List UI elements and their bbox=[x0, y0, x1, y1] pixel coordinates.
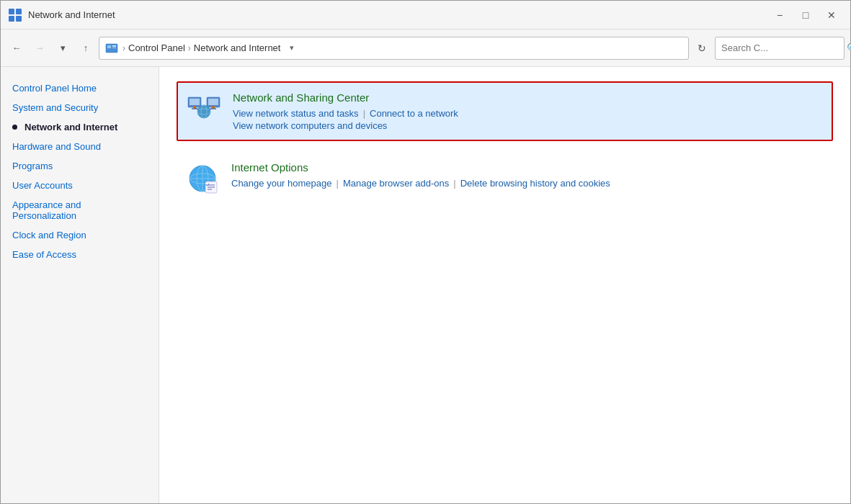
sidebar-item-appearance[interactable]: Appearance and Personalization bbox=[1, 195, 159, 225]
forward-button[interactable]: → bbox=[30, 38, 50, 58]
sidebar-label: System and Security bbox=[12, 102, 98, 113]
sidebar-label: Appearance and Personalization bbox=[12, 199, 147, 221]
link-sep-1: | bbox=[363, 108, 365, 119]
address-breadcrumb: › Control Panel › Network and Internet bbox=[122, 42, 280, 53]
sidebar-label: Network and Internet bbox=[24, 122, 117, 132]
main-content: Control Panel Home System and Security N… bbox=[1, 67, 850, 503]
sidebar-label: Hardware and Sound bbox=[12, 141, 101, 152]
internet-options-icon bbox=[185, 161, 220, 196]
breadcrumb-arrow: › bbox=[122, 43, 125, 53]
back-button[interactable]: ← bbox=[6, 38, 27, 58]
address-bar[interactable]: › Control Panel › Network and Internet ▾ bbox=[99, 37, 689, 60]
main-window: Network and Internet − □ ✕ ← → ▾ ↑ › Con… bbox=[0, 0, 851, 504]
window-title: Network and Internet bbox=[28, 9, 762, 20]
svg-rect-0 bbox=[9, 9, 14, 14]
internet-options-info: Internet Options Change your homepage | … bbox=[231, 161, 824, 189]
link-sep-2: | bbox=[337, 178, 339, 189]
network-sharing-center-links: View network status and tasks | Connect … bbox=[233, 108, 823, 119]
window-icon bbox=[8, 8, 22, 22]
svg-rect-5 bbox=[107, 45, 111, 48]
svg-rect-2 bbox=[9, 16, 14, 22]
sidebar-item-clock-region[interactable]: Clock and Region bbox=[1, 225, 159, 245]
network-sharing-center-info: Network and Sharing Center View network … bbox=[233, 91, 823, 131]
internet-options-section: Internet Options Change your homepage | … bbox=[177, 153, 833, 204]
sidebar-item-system-security[interactable]: System and Security bbox=[1, 98, 159, 117]
view-network-status-link[interactable]: View network status and tasks bbox=[233, 108, 359, 119]
breadcrumb-current: Network and Internet bbox=[194, 42, 281, 53]
breadcrumb-control-panel[interactable]: Control Panel bbox=[128, 42, 185, 53]
network-sharing-center-links-row2: View network computers and devices bbox=[233, 120, 823, 131]
sidebar: Control Panel Home System and Security N… bbox=[1, 67, 159, 503]
search-box: 🔍 bbox=[715, 37, 845, 60]
view-network-computers-link[interactable]: View network computers and devices bbox=[233, 120, 387, 131]
address-icon bbox=[105, 42, 118, 55]
link-sep-3: | bbox=[453, 178, 455, 189]
sidebar-item-user-accounts[interactable]: User Accounts bbox=[1, 176, 159, 195]
sidebar-label: Ease of Access bbox=[12, 249, 76, 260]
sidebar-label: Programs bbox=[12, 161, 53, 171]
close-button[interactable]: ✕ bbox=[820, 6, 843, 24]
sidebar-label: Clock and Region bbox=[12, 230, 86, 240]
sidebar-item-programs[interactable]: Programs bbox=[1, 156, 159, 176]
sidebar-label: Control Panel Home bbox=[12, 83, 97, 94]
svg-rect-6 bbox=[112, 45, 116, 47]
sidebar-item-hardware-sound[interactable]: Hardware and Sound bbox=[1, 137, 159, 156]
content-pane: Network and Sharing Center View network … bbox=[159, 67, 850, 503]
svg-rect-1 bbox=[16, 9, 22, 14]
svg-point-14 bbox=[197, 105, 210, 118]
sidebar-label: User Accounts bbox=[12, 180, 73, 191]
breadcrumb-sep: › bbox=[188, 43, 191, 53]
connect-to-network-link[interactable]: Connect to a network bbox=[370, 108, 458, 119]
active-dot bbox=[12, 125, 17, 130]
refresh-button[interactable]: ↻ bbox=[692, 38, 712, 58]
network-sharing-center-title[interactable]: Network and Sharing Center bbox=[233, 91, 823, 104]
minimize-button[interactable]: − bbox=[768, 6, 791, 24]
network-sharing-center-section: Network and Sharing Center View network … bbox=[177, 81, 833, 141]
network-sharing-icon bbox=[187, 91, 221, 126]
manage-browser-addons-link[interactable]: Manage browser add-ons bbox=[343, 178, 449, 189]
maximize-button[interactable]: □ bbox=[794, 6, 817, 24]
svg-rect-3 bbox=[16, 16, 22, 22]
up-button[interactable]: ↑ bbox=[76, 38, 96, 58]
svg-rect-9 bbox=[190, 99, 200, 105]
svg-rect-12 bbox=[208, 99, 218, 105]
svg-rect-7 bbox=[112, 48, 116, 48]
search-button[interactable]: 🔍 bbox=[847, 42, 851, 54]
svg-point-20 bbox=[212, 106, 215, 109]
internet-options-title[interactable]: Internet Options bbox=[231, 161, 824, 174]
sidebar-item-ease-access[interactable]: Ease of Access bbox=[1, 245, 159, 264]
sidebar-item-network-internet[interactable]: Network and Internet bbox=[1, 117, 159, 137]
dropdown-button[interactable]: ▾ bbox=[53, 38, 73, 58]
window-controls: − □ ✕ bbox=[768, 6, 843, 24]
internet-options-links: Change your homepage | Manage browser ad… bbox=[231, 178, 824, 189]
search-input[interactable] bbox=[721, 42, 842, 53]
sidebar-item-control-panel-home[interactable]: Control Panel Home bbox=[1, 78, 159, 98]
title-bar: Network and Internet − □ ✕ bbox=[1, 1, 850, 30]
svg-point-19 bbox=[193, 106, 196, 109]
delete-browsing-history-link[interactable]: Delete browsing history and cookies bbox=[460, 178, 610, 189]
change-homepage-link[interactable]: Change your homepage bbox=[231, 178, 332, 189]
nav-bar: ← → ▾ ↑ › Control Panel › Network and In… bbox=[1, 30, 850, 67]
address-dropdown-button[interactable]: ▾ bbox=[285, 41, 299, 55]
